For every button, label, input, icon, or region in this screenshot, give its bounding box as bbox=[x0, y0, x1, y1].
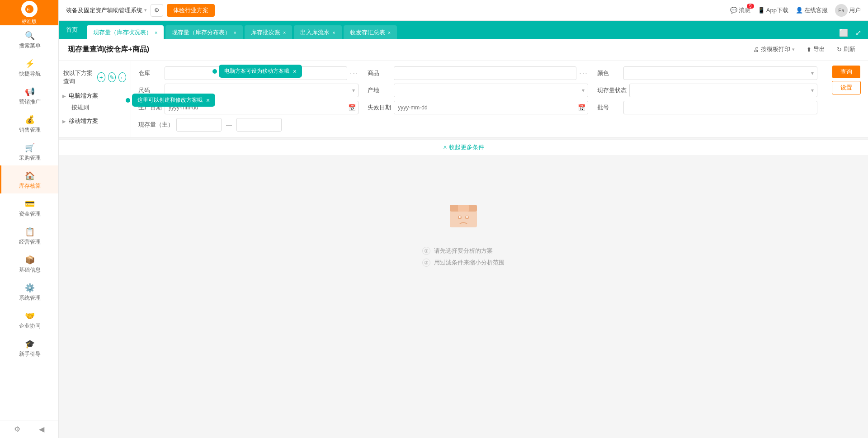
experience-button[interactable]: 体验行业方案 bbox=[167, 4, 215, 17]
user-menu[interactable]: Ea 用户 bbox=[835, 4, 861, 17]
tab-collection-summary[interactable]: 收发存汇总表 × bbox=[344, 25, 397, 40]
tab-fullscreen-btn[interactable]: ⤢ bbox=[852, 26, 864, 39]
online-support-button[interactable]: 👤 在线客服 bbox=[796, 6, 828, 14]
edit-tooltip-wrapper: 这里可以创建和修改方案哦 × bbox=[126, 94, 215, 107]
collapse-bar[interactable]: ∧ 收起更多条件 bbox=[59, 139, 868, 155]
search-button[interactable]: 查询 bbox=[832, 66, 860, 78]
sidebar-item-system[interactable]: ⚙️ 系统管理 bbox=[0, 278, 58, 306]
collapse-icon: ∧ bbox=[443, 144, 448, 151]
mfg-date-calendar-icon[interactable]: 📅 bbox=[348, 104, 356, 111]
tab-inventory-status-label: 现存量（库存状况表） bbox=[93, 28, 152, 37]
tab-batch-close-icon[interactable]: × bbox=[283, 30, 286, 35]
sidebar-logo: 6 标准版 bbox=[0, 0, 58, 25]
sidebar-item-purchase[interactable]: 🛒 采购管理 bbox=[0, 137, 58, 165]
avatar-initials: Ea bbox=[838, 8, 844, 13]
stock-main-to-input[interactable] bbox=[236, 118, 282, 132]
stock-main-label: 现存量（主） bbox=[138, 121, 174, 129]
export-button[interactable]: ⬆ 导出 bbox=[803, 43, 829, 55]
app-download-button[interactable]: 📱 App下载 bbox=[758, 6, 788, 14]
goods-label: 商品 bbox=[368, 69, 391, 77]
back-scheme-btn[interactable]: ← bbox=[118, 72, 126, 82]
settings-gear-btn[interactable]: ⚙ bbox=[151, 4, 163, 17]
color-select[interactable] bbox=[623, 66, 817, 80]
home-tab-label: 首页 bbox=[66, 26, 78, 34]
search-icon: 🔍 bbox=[25, 31, 35, 41]
tab-close-icon[interactable]: × bbox=[155, 30, 157, 35]
exp-date-field: 失效日期 📅 bbox=[368, 101, 588, 114]
add-scheme-btn[interactable]: + bbox=[97, 72, 105, 82]
origin-select[interactable] bbox=[394, 84, 588, 97]
tab-home[interactable]: 首页 bbox=[59, 21, 85, 39]
stock-main-field: 现存量（主） — bbox=[138, 118, 282, 132]
goods-input[interactable] bbox=[394, 66, 576, 80]
sidebar-item-search[interactable]: 🔍 搜索菜单 bbox=[0, 25, 58, 53]
scheme-pc-item[interactable]: ▶ 电脑端方案 bbox=[59, 90, 131, 102]
app-download-label: App下载 bbox=[766, 6, 788, 14]
sidebar-item-quicknav[interactable]: ⚡ 快捷导航 bbox=[0, 53, 58, 81]
sidebar-item-sales[interactable]: 💰 销售管理 bbox=[0, 109, 58, 137]
system-selector[interactable]: 装备及固定资产辅助管理系统 ▾ bbox=[66, 6, 147, 14]
tab-bar: 首页 现存量（库存状况表） × 现存量（库存分布表） × 库存批次账 × 出入库… bbox=[59, 21, 868, 39]
goods-dots-btn[interactable]: ··· bbox=[579, 69, 588, 77]
sidebar-item-enterprise[interactable]: 🤝 企业协同 bbox=[0, 306, 58, 334]
tooltip2-text: 这里可以创建和修改方案哦 bbox=[137, 96, 203, 104]
fields-row2: 尺码 产地 现存量状态 bbox=[138, 84, 817, 97]
tooltip2-close-btn[interactable]: × bbox=[206, 97, 210, 104]
page-title: 现存量查询(按仓库+商品) bbox=[68, 45, 149, 54]
filter-by-label: 按以下方案查询 bbox=[63, 69, 94, 85]
exp-date-calendar-icon[interactable]: 📅 bbox=[578, 104, 585, 111]
collapse-btn[interactable]: ◀ bbox=[39, 425, 44, 433]
tab-inventory-dist[interactable]: 现存量（库存分布表） × bbox=[165, 25, 242, 40]
svg-rect-4 bbox=[458, 205, 469, 212]
tab-inout-close-icon[interactable]: × bbox=[332, 30, 335, 35]
sidebar-item-marketing[interactable]: 📢 营销推广 bbox=[0, 81, 58, 109]
scheme-pc-sub-label: 按规则 bbox=[71, 104, 89, 112]
warehouse-dots-btn[interactable]: ··· bbox=[350, 69, 359, 77]
stock-status-label: 现存量状态 bbox=[597, 86, 627, 94]
svg-point-8 bbox=[466, 216, 468, 218]
refresh-button[interactable]: ↻ 刷新 bbox=[833, 43, 859, 55]
logo-text: 标准版 bbox=[22, 18, 37, 25]
sidebar-item-guide[interactable]: 🎓 新手引导 bbox=[0, 334, 58, 362]
stock-main-from-input[interactable] bbox=[176, 118, 222, 132]
sidebar-item-label-sales: 销售管理 bbox=[19, 126, 41, 134]
sidebar-item-base[interactable]: 📦 基础信息 bbox=[0, 250, 58, 278]
tab-collection-close-icon[interactable]: × bbox=[388, 30, 391, 35]
batch-input[interactable] bbox=[623, 101, 817, 114]
step2-label: 用过滤条件来缩小分析范围 bbox=[434, 257, 505, 268]
avatar: Ea bbox=[835, 4, 848, 17]
scheme-mobile-item[interactable]: ▶ 移动端方案 bbox=[59, 115, 131, 127]
edit-scheme-btn[interactable]: ✎ bbox=[108, 72, 116, 82]
exp-date-input[interactable] bbox=[394, 101, 588, 114]
sidebar-item-inventory[interactable]: 🏠 库存核算 bbox=[0, 165, 58, 193]
stock-status-select[interactable] bbox=[629, 84, 817, 97]
settings-bottom-btn[interactable]: ⚙ bbox=[14, 425, 20, 433]
sidebar-item-finance[interactable]: 💳 资金管理 bbox=[0, 193, 58, 221]
chevron-down-icon: ▾ bbox=[144, 7, 147, 13]
marketing-icon: 📢 bbox=[25, 87, 35, 97]
filter-region: 按以下方案查询 + ✎ ← ▶ 电脑端方案 bbox=[59, 61, 868, 137]
purchase-icon: 🛒 bbox=[25, 143, 35, 153]
scheme-pc-sub-item[interactable]: 按规则 bbox=[59, 102, 131, 113]
refresh-label: 刷新 bbox=[844, 45, 855, 53]
tooltip1-close-btn[interactable]: × bbox=[293, 68, 297, 75]
fields-row3: 生产日期 📅 失效日期 📅 批号 bbox=[138, 101, 817, 114]
set-button[interactable]: 设置 bbox=[832, 81, 861, 94]
empty-state: ① 请先选择要分析的方案 ② 用过滤条件来缩小分析范围 bbox=[59, 155, 868, 296]
print-button[interactable]: 🖨 按模板打印 ▾ bbox=[750, 43, 798, 55]
message-button[interactable]: 💬 消息 9 bbox=[730, 6, 750, 14]
tab-batch-ledger[interactable]: 库存批次账 × bbox=[245, 25, 292, 40]
add-icon: + bbox=[99, 74, 103, 81]
inventory-icon: 🏠 bbox=[25, 171, 35, 181]
operations-icon: 📋 bbox=[25, 227, 35, 237]
tab-dist-close-icon[interactable]: × bbox=[233, 30, 236, 35]
tab-inventory-status[interactable]: 现存量（库存状况表） × bbox=[87, 25, 164, 40]
support-icon: 👤 bbox=[796, 7, 803, 14]
refresh-icon: ↻ bbox=[837, 46, 842, 53]
tab-inout-flow[interactable]: 出入库流水 × bbox=[294, 25, 341, 40]
tab-maximize-btn[interactable]: ⬜ bbox=[837, 26, 850, 39]
user-label: 用户 bbox=[849, 6, 861, 14]
page-header: 现存量查询(按仓库+商品) 🖨 按模板打印 ▾ ⬆ 导出 ↻ 刷新 bbox=[59, 39, 868, 61]
sidebar-item-operations[interactable]: 📋 经营管理 bbox=[0, 221, 58, 250]
sidebar-bottom: ⚙ ◀ bbox=[0, 420, 58, 438]
